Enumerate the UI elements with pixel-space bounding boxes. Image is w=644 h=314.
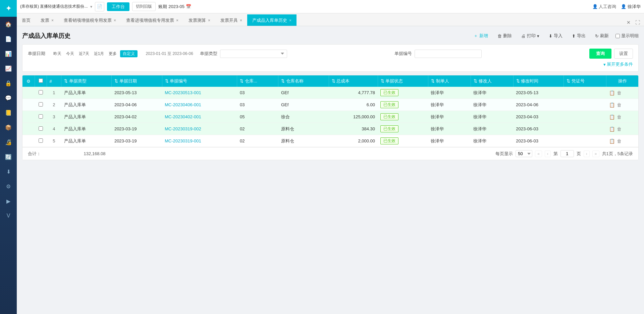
- th-warehouse-name[interactable]: ⇅ 仓库名称: [278, 75, 329, 87]
- prev-page-btn[interactable]: ‹: [545, 150, 551, 157]
- tab-invoice[interactable]: 发票 ×: [36, 14, 59, 26]
- sidebar-item-lock[interactable]: 🔒: [0, 76, 17, 90]
- th-total-cost[interactable]: ⇅ 总成本: [329, 75, 378, 87]
- sidebar-item-book[interactable]: 📒: [0, 105, 17, 120]
- row-checkbox-cell[interactable]: [35, 111, 47, 123]
- sidebar-item-analytics[interactable]: 📈: [0, 61, 17, 76]
- row-checkbox-cell[interactable]: [35, 87, 47, 99]
- row-checkbox-cell[interactable]: [35, 99, 47, 111]
- row-checkbox-cell[interactable]: [35, 135, 47, 147]
- user-menu[interactable]: 👤 徐泽华: [621, 4, 641, 10]
- th-voucher[interactable]: ⇅ 凭证号: [564, 75, 606, 87]
- workbench-button[interactable]: 工作台: [107, 2, 129, 11]
- tab-invoice-close[interactable]: ×: [51, 18, 54, 23]
- row-checkbox[interactable]: [39, 114, 43, 119]
- sidebar-item-message[interactable]: 💬: [0, 90, 17, 105]
- show-detail-toggle[interactable]: 显示明细: [615, 33, 639, 39]
- sidebar-item-download[interactable]: ⬇: [0, 164, 17, 179]
- tab-calc-invoice-close[interactable]: ×: [208, 18, 210, 23]
- tab-open-invoice-close[interactable]: ×: [240, 18, 242, 23]
- th-number[interactable]: ⇅ 单据编号: [162, 75, 237, 87]
- print-button[interactable]: 🖨 打印 ▾: [519, 32, 542, 40]
- sidebar-item-home[interactable]: 🏠: [0, 17, 17, 32]
- help-button[interactable]: 👤 人工咨询: [592, 4, 616, 10]
- sidebar-item-video[interactable]: ▶: [0, 194, 17, 208]
- tab-check-sales-vat-close[interactable]: ×: [114, 18, 116, 23]
- filter-setting-button[interactable]: 设置: [614, 49, 633, 59]
- new-button[interactable]: ＋ 新增: [471, 32, 491, 40]
- date-btn-7days[interactable]: 近7天: [77, 50, 91, 57]
- row-number-cell[interactable]: MC-20230319-001: [162, 135, 237, 147]
- tab-check-sales-vat[interactable]: 查看销项增值税专用发票 ×: [59, 14, 121, 26]
- th-checkbox[interactable]: [35, 75, 47, 87]
- th-status[interactable]: ⇅ 单据状态: [378, 75, 428, 87]
- date-btn-custom[interactable]: 自定义: [120, 50, 138, 57]
- row-checkbox-cell[interactable]: [35, 123, 47, 135]
- row-checkbox[interactable]: [39, 102, 43, 107]
- delete-button[interactable]: 🗑 删除: [495, 32, 515, 40]
- th-warehouse-code[interactable]: ⇅ 仓库...: [237, 75, 278, 87]
- expand-more-btn[interactable]: ▾ 展开更多条件: [603, 61, 633, 67]
- company-chevron[interactable]: ▾: [90, 4, 92, 9]
- tab-home[interactable]: 首页: [17, 14, 36, 26]
- edit-icon[interactable]: 📋: [609, 114, 615, 120]
- tab-product-inbound-history[interactable]: 产成品入库单历史 ×: [247, 14, 297, 26]
- show-detail-checkbox[interactable]: [615, 34, 620, 38]
- search-button[interactable]: 查询: [589, 49, 611, 59]
- last-page-btn[interactable]: »: [592, 150, 599, 157]
- import-button[interactable]: ⬇ 导入: [546, 32, 565, 40]
- tab-open-invoice[interactable]: 发票开具 ×: [215, 14, 247, 26]
- th-modifier[interactable]: ⇅ 修改人: [471, 75, 513, 87]
- delete-row-icon[interactable]: 🗑: [617, 126, 622, 132]
- next-page-btn[interactable]: ›: [584, 150, 590, 157]
- tab-check-input-vat[interactable]: 查看进项增值税专用发票 ×: [121, 14, 183, 26]
- number-filter-input[interactable]: [415, 50, 482, 58]
- date-btn-more[interactable]: 更多: [107, 50, 118, 57]
- th-gear[interactable]: ⚙: [22, 75, 35, 87]
- doc-icon-btn[interactable]: 📄: [95, 2, 104, 11]
- first-page-btn[interactable]: «: [535, 150, 542, 157]
- edit-icon[interactable]: 📋: [609, 90, 615, 96]
- delete-row-icon[interactable]: 🗑: [617, 114, 622, 120]
- row-number-cell[interactable]: MC-20230513-001: [162, 87, 237, 99]
- period-calendar-icon[interactable]: 📅: [186, 4, 191, 9]
- th-type[interactable]: ⇅ 单据类型: [61, 75, 112, 87]
- th-modify-time[interactable]: ⇅ 修改时间: [513, 75, 564, 87]
- sidebar-item-refresh[interactable]: 🔄: [0, 149, 17, 164]
- row-checkbox[interactable]: [39, 126, 43, 131]
- row-number-cell[interactable]: MC-20230406-001: [162, 99, 237, 111]
- date-btn-today[interactable]: 今天: [65, 50, 75, 57]
- date-btn-1month[interactable]: 近1月: [93, 50, 106, 57]
- sidebar-item-inventory[interactable]: 📦: [0, 120, 17, 135]
- tab-check-input-vat-close[interactable]: ×: [176, 18, 178, 23]
- edit-icon[interactable]: 📋: [609, 126, 615, 132]
- edit-icon[interactable]: 📋: [609, 138, 615, 144]
- date-btn-yesterday[interactable]: 昨天: [52, 50, 63, 57]
- prev-version-button[interactable]: 切到旧版: [132, 2, 156, 11]
- sidebar-item-chart[interactable]: 📊: [0, 46, 17, 61]
- refresh-button[interactable]: ↻ 刷新: [592, 32, 611, 40]
- delete-row-icon[interactable]: 🗑: [617, 102, 622, 108]
- row-number-cell[interactable]: MC-20230319-002: [162, 123, 237, 135]
- tab-product-inbound-history-close[interactable]: ×: [289, 18, 291, 23]
- sidebar-item-v[interactable]: V: [0, 208, 17, 223]
- delete-row-icon[interactable]: 🗑: [617, 138, 622, 144]
- type-filter-select[interactable]: 产品入库单: [220, 50, 287, 58]
- sidebar-item-doc[interactable]: 📄: [0, 32, 17, 46]
- sidebar-item-settings[interactable]: ⚙: [0, 179, 17, 194]
- row-number-cell[interactable]: MC-20230402-001: [162, 111, 237, 123]
- page-input[interactable]: [560, 150, 574, 157]
- tab-expand-icon[interactable]: ⛶: [634, 19, 641, 26]
- row-checkbox[interactable]: [39, 138, 43, 143]
- th-creator[interactable]: ⇅ 制单人: [428, 75, 471, 87]
- sidebar-item-stamp[interactable]: 🔏: [0, 135, 17, 149]
- select-all-checkbox[interactable]: [39, 78, 43, 83]
- tab-close-all-icon[interactable]: ✕: [625, 19, 632, 26]
- delete-row-icon[interactable]: 🗑: [617, 90, 622, 96]
- tab-calc-invoice[interactable]: 发票测算 ×: [183, 14, 215, 26]
- row-checkbox[interactable]: [39, 90, 43, 95]
- th-date[interactable]: ⇅ 单据日期: [112, 75, 162, 87]
- per-page-select[interactable]: 50 100 200: [516, 150, 532, 157]
- edit-icon[interactable]: 📋: [609, 102, 615, 108]
- export-button[interactable]: ⬆ 导出: [569, 32, 588, 40]
